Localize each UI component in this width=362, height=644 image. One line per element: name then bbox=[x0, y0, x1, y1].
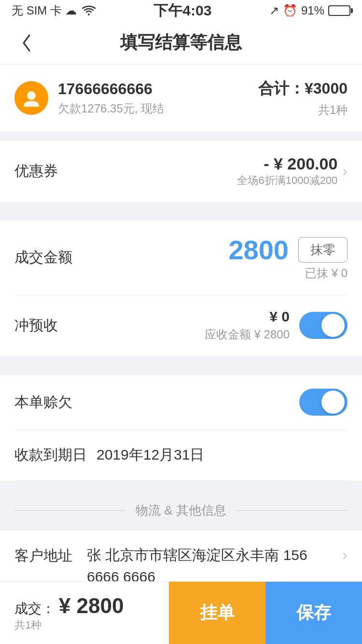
bottom-deal-count: 共1种 bbox=[14, 618, 154, 632]
svg-point-1 bbox=[27, 91, 36, 100]
deal-amount-label: 成交金额 bbox=[14, 248, 72, 267]
customer-phone: 17666666666 bbox=[58, 80, 164, 98]
customer-total: 合计：¥3000 共1种 bbox=[258, 78, 348, 118]
coupon-discount: - ¥ 200.00 bbox=[237, 154, 337, 173]
save-button[interactable]: 保存 bbox=[265, 582, 362, 644]
status-left: 无 SIM 卡 ☁ bbox=[12, 3, 96, 18]
deal-amount-section: 成交金额 2800 抹零 已抹 ¥ 0 冲预收 ¥ 0 应收金额 ¥ 2800 bbox=[0, 221, 362, 356]
chong-sub-text: 应收金额 ¥ 2800 bbox=[205, 327, 290, 342]
coupon-label: 优惠券 bbox=[14, 161, 58, 181]
status-time: 下午4:03 bbox=[153, 1, 211, 21]
hang-single-button[interactable]: 挂单 bbox=[169, 582, 265, 644]
address-label: 客户地址 bbox=[14, 544, 72, 566]
section-separator-1 bbox=[0, 211, 362, 221]
deal-amount-value: 2800 bbox=[228, 234, 289, 266]
customer-info: 17666666666 欠款1276.35元, 现结 bbox=[58, 80, 164, 116]
customer-card: 17666666666 欠款1276.35元, 现结 合计：¥3000 共1种 bbox=[0, 65, 362, 131]
coupon-row[interactable]: 优惠券 - ¥ 200.00 全场6折满1000减200 › bbox=[0, 141, 362, 201]
content: 17666666666 欠款1276.35元, 现结 合计：¥3000 共1种 … bbox=[0, 65, 362, 644]
benji-section: 本单赊欠 收款到期日 2019年12月31日 bbox=[0, 375, 362, 481]
bottom-deal-label: 成交： bbox=[14, 601, 55, 616]
chong-row: 冲预收 ¥ 0 应收金额 ¥ 2800 bbox=[14, 295, 348, 356]
total-count: 共1种 bbox=[258, 102, 348, 118]
coupon-right: - ¥ 200.00 全场6折满1000减200 › bbox=[237, 154, 348, 188]
chong-label: 冲预收 bbox=[14, 316, 58, 336]
bottom-bar: 成交： ¥ 2800 共1种 挂单 保存 bbox=[0, 581, 362, 644]
deal-amount-value-row: 2800 抹零 bbox=[228, 234, 348, 266]
due-date-value: 2019年12月31日 bbox=[97, 445, 204, 465]
bottom-deal-info: 成交： ¥ 2800 共1种 bbox=[0, 594, 169, 632]
due-date-label: 收款到期日 bbox=[14, 445, 87, 465]
svg-point-0 bbox=[88, 14, 90, 15]
benji-toggle-knob bbox=[321, 391, 345, 414]
deal-amount-sub: 已抹 ¥ 0 bbox=[228, 266, 348, 281]
benji-toggle[interactable] bbox=[299, 389, 348, 416]
customer-left: 17666666666 欠款1276.35元, 现结 bbox=[14, 80, 164, 116]
wifi-icon bbox=[82, 5, 96, 16]
nav-bar: 填写结算等信息 bbox=[0, 21, 362, 65]
chong-amounts: ¥ 0 应收金额 ¥ 2800 bbox=[205, 308, 290, 342]
chong-right: ¥ 0 应收金额 ¥ 2800 bbox=[205, 308, 348, 342]
deal-amount-row: 成交金额 2800 抹零 已抹 ¥ 0 bbox=[14, 221, 348, 295]
status-bar: 无 SIM 卡 ☁ 下午4:03 ↗ ⏰ 91% bbox=[0, 0, 362, 21]
avatar bbox=[14, 81, 48, 115]
customer-debt: 欠款1276.35元, 现结 bbox=[58, 101, 164, 116]
direction-icon: ↗ bbox=[269, 4, 279, 17]
sim-label: 无 SIM 卡 ☁ bbox=[12, 3, 77, 18]
logistics-text: 物流 & 其他信息 bbox=[136, 502, 226, 519]
bottom-deal-label-row: 成交： ¥ 2800 bbox=[14, 594, 154, 618]
coupon-desc: 全场6折满1000减200 bbox=[237, 173, 337, 188]
toggle-knob bbox=[321, 314, 345, 337]
chong-toggle[interactable] bbox=[299, 312, 348, 339]
address-arrow-icon: › bbox=[342, 544, 348, 564]
bottom-deal-amount: ¥ 2800 bbox=[59, 594, 124, 617]
due-date-row: 收款到期日 2019年12月31日 bbox=[14, 430, 348, 481]
section-separator-2 bbox=[0, 365, 362, 375]
battery-percent: 91% bbox=[301, 4, 324, 17]
benji-label: 本单赊欠 bbox=[14, 392, 72, 412]
page-title: 填写结算等信息 bbox=[39, 31, 323, 55]
total-amount: 合计：¥3000 bbox=[258, 78, 348, 99]
benji-row: 本单赊欠 bbox=[14, 375, 348, 430]
back-button[interactable] bbox=[14, 31, 39, 55]
battery-icon bbox=[328, 5, 350, 16]
logistics-line-right bbox=[236, 510, 348, 511]
logistics-divider: 物流 & 其他信息 bbox=[0, 490, 362, 531]
chong-amount-value: ¥ 0 bbox=[205, 308, 290, 325]
round-zero-button[interactable]: 抹零 bbox=[298, 237, 348, 263]
alarm-icon: ⏰ bbox=[283, 4, 297, 17]
status-right: ↗ ⏰ 91% bbox=[269, 4, 350, 17]
logistics-line-left bbox=[14, 510, 126, 511]
coupon-arrow-icon: › bbox=[342, 162, 348, 180]
